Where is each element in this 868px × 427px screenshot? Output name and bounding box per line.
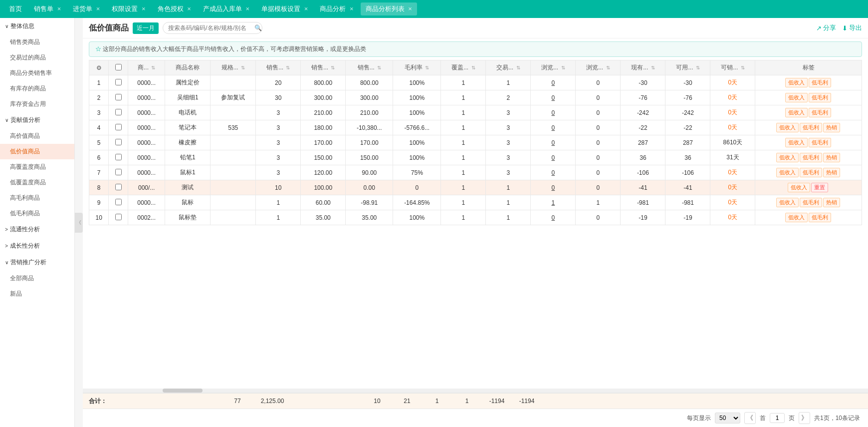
sidebar-item-low-coverage[interactable]: 低覆盖度商品 (0, 175, 74, 190)
sidebar-item-high-coverage[interactable]: 高覆盖度商品 (0, 159, 74, 175)
sidebar-item-low-margin[interactable]: 低毛利商品 (0, 206, 74, 221)
browse1-link[interactable]: 0 (552, 184, 555, 191)
row-checkbox-input[interactable] (115, 109, 122, 115)
nav-role[interactable]: 角色授权 × (153, 2, 196, 15)
nav-permission[interactable]: 权限设置 × (107, 2, 150, 15)
row-checkbox[interactable] (109, 135, 128, 150)
row-checkbox-input[interactable] (115, 139, 122, 145)
col-saleable[interactable]: 可销... ⇅ (710, 60, 755, 75)
browse1-link[interactable]: 0 (552, 214, 555, 221)
sidebar-item-traded[interactable]: 交易过的商品 (0, 50, 74, 65)
browse1-link[interactable]: 0 (552, 94, 555, 101)
sidebar-group-contribution[interactable]: ∨ 贡献值分析 (0, 112, 74, 128)
sort-s1-icon: ⇅ (286, 65, 290, 70)
row-checkbox-input[interactable] (115, 169, 122, 175)
row-checkbox[interactable] (109, 120, 128, 135)
browse1-link[interactable]: 0 (552, 79, 555, 86)
table-row: 2 0000... 吴细细1 参加复试 30 300.00 300.00 100… (89, 90, 862, 105)
arrow-flow: > (5, 227, 8, 232)
col-browse2[interactable]: 浏览... ⇅ (576, 60, 621, 75)
browse1-link[interactable]: 0 (552, 139, 555, 146)
browse1-link[interactable]: 1 (552, 199, 555, 206)
row-checkbox[interactable] (109, 180, 128, 195)
nav-sales[interactable]: 销售单 × (29, 2, 66, 15)
col-checkbox[interactable] (109, 60, 128, 75)
row-checkbox-input[interactable] (115, 214, 122, 220)
row-s3: 35.00 (346, 210, 393, 225)
col-code[interactable]: 商... ⇅ (128, 60, 165, 75)
col-settings[interactable]: ⚙ (89, 60, 109, 75)
col-current[interactable]: 现有... ⇅ (621, 60, 665, 75)
browse1-link[interactable]: 0 (552, 169, 555, 176)
nav-home[interactable]: 首页 (4, 2, 27, 15)
sidebar-item-all-goods[interactable]: 全部商品 (0, 271, 74, 286)
select-all-checkbox[interactable] (115, 64, 122, 70)
nav-purchase-close[interactable]: × (96, 5, 100, 12)
row-checkbox[interactable] (109, 75, 128, 90)
sidebar-group-flow[interactable]: > 流通性分析 (0, 221, 74, 238)
col-browse1[interactable]: 浏览... ⇅ (531, 60, 576, 75)
browse1-link[interactable]: 0 (552, 154, 555, 161)
col-available[interactable]: 可用... ⇅ (665, 60, 710, 75)
browse1-link[interactable]: 0 (552, 124, 555, 131)
sidebar-item-category-rate[interactable]: 商品分类销售率 (0, 65, 74, 81)
nav-analysis-list-close[interactable]: × (408, 5, 412, 12)
row-checkbox[interactable] (109, 195, 128, 210)
share-button[interactable]: ↗ 分享 (816, 23, 836, 32)
per-page-select[interactable]: 50 100 200 (715, 413, 740, 424)
nav-analysis-list[interactable]: 商品分析列表 × (361, 2, 417, 15)
col-sales3[interactable]: 销售... ⇅ (346, 60, 393, 75)
sidebar-item-capital[interactable]: 库存资金占用 (0, 96, 74, 112)
sidebar-group-growth[interactable]: > 成长性分析 (0, 238, 74, 254)
col-coverage[interactable]: 覆盖... ⇅ (441, 60, 486, 75)
row-checkbox[interactable] (109, 105, 128, 120)
sidebar-group-marketing[interactable]: ∨ 营销推广分析 (0, 254, 74, 271)
row-checkbox-input[interactable] (115, 79, 122, 85)
col-sales1[interactable]: 销售... ⇅ (256, 60, 301, 75)
row-checkbox[interactable] (109, 150, 128, 165)
nav-product-in-close[interactable]: × (246, 5, 250, 12)
row-checkbox[interactable] (109, 165, 128, 180)
nav-analysis-close[interactable]: × (350, 5, 354, 12)
row-checkbox-input[interactable] (115, 94, 122, 100)
row-code: 0000... (128, 75, 165, 90)
sidebar-item-sales-goods[interactable]: 销售类商品 (0, 34, 74, 50)
sidebar-item-high-margin[interactable]: 高毛利商品 (0, 190, 74, 206)
sidebar-item-high-value[interactable]: 高价值商品 (0, 128, 74, 144)
browse1-link[interactable]: 0 (552, 109, 555, 116)
nav-sales-close[interactable]: × (57, 5, 61, 12)
arrow-growth: > (5, 243, 8, 249)
page-input[interactable] (770, 413, 785, 423)
search-icon[interactable]: 🔍 (254, 24, 262, 31)
col-margin[interactable]: 毛利率 ⇅ (393, 60, 441, 75)
scrollbar-thumb[interactable] (163, 389, 203, 393)
sidebar-collapse-button[interactable]: 《 (75, 213, 83, 233)
row-checkbox[interactable] (109, 210, 128, 225)
next-page-button[interactable]: 》 (799, 412, 810, 424)
search-input[interactable] (163, 22, 262, 34)
table-wrapper[interactable]: ⚙ 商... ⇅ 商品名称 规格... ⇅ 销售... ⇅ 销售... ⇅ 销售… (83, 60, 868, 389)
row-checkbox-input[interactable] (115, 184, 122, 190)
nav-template[interactable]: 单据模板设置 × (256, 2, 313, 15)
col-sales2[interactable]: 销售... ⇅ (301, 60, 346, 75)
sidebar-item-new-goods[interactable]: 新品 (0, 286, 74, 302)
col-spec[interactable]: 规格... ⇅ (211, 60, 256, 75)
row-checkbox-input[interactable] (115, 124, 122, 130)
nav-role-close[interactable]: × (187, 5, 191, 12)
sidebar-group-overall[interactable]: ∨ 整体信息 (0, 18, 74, 34)
export-button[interactable]: ⬇ 导出 (842, 23, 862, 32)
first-page-button[interactable]: 《 (744, 412, 756, 424)
nav-product-in[interactable]: 产成品入库单 × (198, 2, 254, 15)
col-trade[interactable]: 交易... ⇅ (486, 60, 531, 75)
row-checkbox-input[interactable] (115, 154, 122, 160)
row-checkbox[interactable] (109, 90, 128, 105)
nav-template-close[interactable]: × (304, 5, 308, 12)
period-button[interactable]: 近一月 (133, 22, 159, 34)
row-checkbox-input[interactable] (115, 199, 122, 205)
nav-analysis[interactable]: 商品分析 × (315, 2, 358, 15)
nav-purchase[interactable]: 进货单 × (68, 2, 105, 15)
nav-permission-close[interactable]: × (142, 5, 146, 12)
horizontal-scrollbar[interactable] (83, 389, 868, 393)
sidebar-item-low-value[interactable]: 低价值商品 (0, 144, 74, 159)
sidebar-item-stock-goods[interactable]: 有库存的商品 (0, 81, 74, 96)
